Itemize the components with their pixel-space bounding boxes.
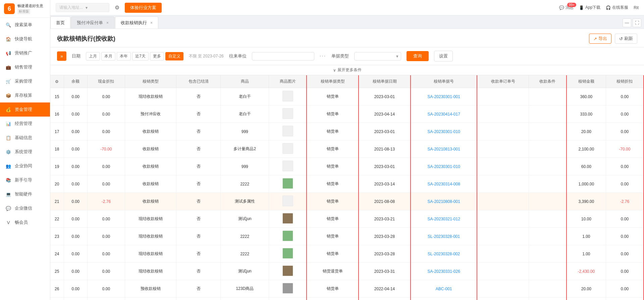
cell-bill-no[interactable]: SA-20230321-012 — [411, 210, 477, 228]
cell-bill-no[interactable]: ABC-001 — [411, 280, 477, 298]
bill-no-link[interactable]: SA-20230301-010 — [427, 164, 460, 169]
col-goods: 商品 — [221, 75, 269, 88]
bill-type-select[interactable] — [354, 52, 401, 60]
cell-goods-img — [269, 140, 307, 158]
sidebar-menu: 🔍 搜索菜单 🏠 快捷导航 📢 营销推广 💼 销售管理 🛒 采购管理 📦 库存核… — [0, 18, 50, 300]
tab-home[interactable]: 首页 — [50, 16, 70, 29]
online-service-button[interactable]: 🎧 在线客服 — [606, 5, 628, 10]
bill-no-link[interactable]: SA-20230321-012 — [427, 217, 460, 221]
chevron-down-icon: ▾ — [86, 5, 88, 10]
cell-bill-no[interactable]: SL-20230328-001 — [411, 228, 477, 245]
cell-bill-type: 销货单 — [307, 280, 359, 298]
cell-bill-no[interactable]: SL-20230408-001 — [411, 298, 477, 300]
table-row: 19 0.00 0.00 收款核销 否 999 销货单 2023-03-01 S… — [50, 158, 644, 175]
sidebar-item-biz[interactable]: 📊 经营管理 — [0, 117, 50, 131]
last-7days-btn[interactable]: 近7天 — [132, 52, 149, 60]
sidebar-item-purchase[interactable]: 🛒 采购管理 — [0, 74, 50, 88]
filter-expand-button[interactable]: » — [57, 51, 66, 61]
cell-no: 22 — [50, 210, 64, 228]
last-month-btn[interactable]: 上月 — [86, 52, 100, 60]
custom-date-btn[interactable]: 自定义 — [165, 52, 183, 60]
sidebar-item-corp[interactable]: 👥 企业协同 — [0, 159, 50, 173]
cell-discount: 0.00 — [88, 175, 125, 193]
bill-no-link[interactable]: SA-20230301-010 — [427, 129, 460, 134]
cell-settled: 否 — [176, 228, 220, 245]
sidebar-item-label: 库存核算 — [15, 92, 32, 98]
refresh-button[interactable]: ↺ 刷新 — [615, 34, 637, 44]
cell-bill-no[interactable]: SL-20230328-002 — [411, 245, 477, 263]
cell-order-no — [477, 140, 529, 158]
app-download-button[interactable]: 📱 App下载 — [579, 5, 600, 10]
sidebar-item-system[interactable]: ⚙️ 系统管理 — [0, 145, 50, 159]
refresh-label: 刷新 — [624, 36, 633, 42]
cell-bill-no[interactable]: SA-20230331-026 — [411, 263, 477, 280]
bill-no-link[interactable]: SA-20210813-001 — [427, 147, 460, 152]
bill-no-link[interactable]: SA-20230414-017 — [427, 112, 460, 117]
query-button[interactable]: 查询 — [407, 51, 429, 61]
sidebar-item-marketing[interactable]: 📢 营销推广 — [0, 46, 50, 60]
sidebar-item-wechat[interactable]: 💬 企业微信 — [0, 201, 50, 215]
cell-goods: 999 — [221, 123, 269, 140]
this-month-btn[interactable]: 本月 — [101, 52, 115, 60]
cell-payment-term — [529, 140, 567, 158]
tab-prepay[interactable]: 预付冲应付单 × — [71, 16, 114, 29]
sidebar-item-label: 资金管理 — [15, 106, 32, 113]
bill-no-link[interactable]: SL-20230328-001 — [428, 234, 460, 239]
cell-amount: 1.00 — [567, 245, 606, 263]
cell-bill-no[interactable]: SA-20230301-001 — [411, 88, 477, 105]
cell-bill-date: 2023-04-14 — [359, 105, 411, 123]
sidebar-item-finance[interactable]: 💰 资金管理 — [0, 102, 50, 117]
sidebar-item-hardware[interactable]: 💻 智能硬件 — [0, 187, 50, 201]
page-title: 收款核销执行(按收款) — [57, 35, 115, 43]
this-year-btn[interactable]: 本年 — [117, 52, 131, 60]
bill-no-link[interactable]: SA-20230301-001 — [427, 94, 460, 99]
cell-bill-no[interactable]: SA-20210808-001 — [411, 193, 477, 210]
sidebar-item-sales[interactable]: 💼 销售管理 — [0, 60, 50, 74]
bill-no-link[interactable]: SA-20230331-026 — [427, 269, 460, 274]
expand-more-button[interactable]: ∨ 展开更多条件 — [333, 67, 362, 73]
tab-collection[interactable]: 收款核销执行 × — [115, 16, 158, 29]
partner-input[interactable] — [252, 52, 314, 60]
minimize-button[interactable]: — — [623, 18, 631, 27]
cell-bill-no[interactable]: SA-20230314-008 — [411, 175, 477, 193]
cell-bill-no[interactable]: SA-20230414-017 — [411, 105, 477, 123]
cell-settled: 否 — [176, 105, 220, 123]
sidebar-item-member[interactable]: V 畅会员 — [0, 215, 50, 229]
export-button[interactable]: ↗ 导出 — [589, 34, 611, 44]
col-bill-type: 核销单据类型 — [307, 75, 359, 88]
cell-write-off: -2.76 — [606, 193, 644, 210]
message-button[interactable]: 💬 消息 99+ — [559, 5, 574, 10]
date-filter-label: 日期 — [72, 53, 80, 59]
sidebar-item-label: 新手引导 — [15, 177, 32, 183]
bill-no-link[interactable]: ABC-001 — [436, 287, 452, 291]
maximize-button[interactable]: ⛶ — [633, 18, 641, 27]
cell-payment-term — [529, 263, 567, 280]
tab-close-icon[interactable]: × — [106, 20, 109, 25]
cell-goods: 测试jun — [221, 210, 269, 228]
cell-write-off: 0.00 — [606, 280, 644, 298]
sidebar-item-quick-nav[interactable]: 🏠 快捷导航 — [0, 32, 50, 46]
tab-close-icon[interactable]: × — [150, 20, 153, 25]
cell-balance: 0.00 — [64, 280, 88, 298]
bill-no-link[interactable]: SA-20230314-008 — [427, 182, 460, 186]
sidebar-item-search[interactable]: 🔍 搜索菜单 — [0, 18, 50, 32]
cell-settled: 否 — [176, 245, 220, 263]
cell-no: 17 — [50, 123, 64, 140]
settings-gear-button[interactable]: ⚙ — [112, 3, 122, 13]
address-selector[interactable]: 请输入地址... ▾ — [56, 3, 109, 12]
bill-no-link[interactable]: SA-20210808-001 — [427, 199, 460, 204]
cell-bill-no[interactable]: SA-20230301-010 — [411, 123, 477, 140]
bill-no-link[interactable]: SL-20230328-002 — [428, 252, 460, 256]
industry-solution-button[interactable]: 体验行业方案 — [125, 3, 162, 13]
cell-goods-img — [269, 280, 307, 298]
more-date-btn[interactable]: 更多 — [150, 52, 164, 60]
sidebar-item-inventory[interactable]: 📦 库存核算 — [0, 88, 50, 102]
col-gear[interactable]: ⚙ — [50, 75, 64, 88]
settings-button[interactable]: 设置 — [434, 51, 453, 61]
sidebar-item-basic[interactable]: 📋 基础信息 — [0, 131, 50, 145]
user-info[interactable]: Rit — [634, 5, 639, 10]
cell-bill-no[interactable]: SA-20230301-010 — [411, 158, 477, 175]
sidebar-item-guide[interactable]: 📚 新手引导 — [0, 173, 50, 187]
refresh-icon: ↺ — [619, 36, 623, 41]
cell-bill-no[interactable]: SA-20210813-001 — [411, 140, 477, 158]
